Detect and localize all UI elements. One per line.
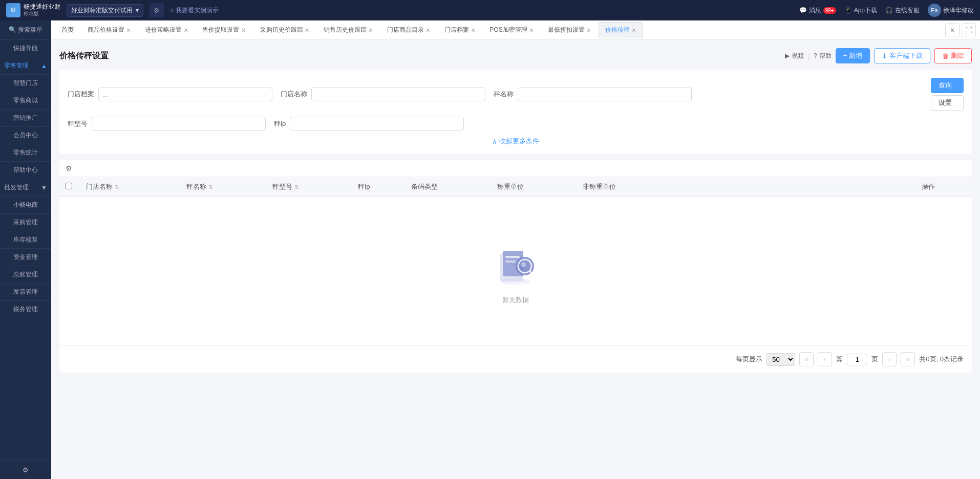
tab-purchase-strategy[interactable]: 进价策略设置 ×: [138, 22, 195, 38]
sidebar-item-ecommerce[interactable]: 小畅电商: [0, 197, 51, 214]
demo-circle-icon: ○: [170, 7, 174, 14]
logo-name: 畅捷通好业财: [24, 3, 60, 10]
sidebar-item-retail-stats[interactable]: 零售统计: [0, 144, 51, 162]
tab-price-scale[interactable]: 价格传秤 ×: [599, 22, 643, 38]
tab-close-sales-history[interactable]: ×: [369, 27, 373, 34]
search-icon: 🔍: [9, 26, 16, 33]
scale-ip-item: 秤ip: [274, 117, 464, 130]
tab-pos-encrypt[interactable]: POS加密管理 ×: [483, 22, 540, 38]
demo-link[interactable]: ○ 我要看实例演示: [170, 6, 219, 15]
scale-name-input[interactable]: [518, 88, 692, 101]
tab-close-store-products[interactable]: ×: [426, 27, 430, 34]
store-name-input[interactable]: [311, 88, 485, 101]
page-size-select[interactable]: 20 50 100: [766, 353, 795, 366]
sort-icon-scale-model[interactable]: ⇅: [294, 184, 299, 190]
sidebar-item-inventory[interactable]: 库存核算: [0, 231, 51, 249]
sidebar-item-smart-store[interactable]: 智慧门店: [0, 75, 51, 92]
message-label: 消息: [809, 6, 821, 15]
tab-close-purchase-history[interactable]: ×: [305, 27, 309, 34]
online-service-btn[interactable]: 🎧 在线客服: [885, 6, 920, 15]
sidebar-search[interactable]: 🔍 搜索菜单: [0, 20, 51, 40]
query-button[interactable]: 查询: [931, 78, 964, 93]
sidebar-settings-btn[interactable]: ⚙: [0, 461, 51, 479]
select-all-checkbox[interactable]: [66, 183, 72, 189]
add-button[interactable]: + 新增: [836, 48, 870, 63]
avatar: Ea: [928, 4, 941, 17]
tab-store-products[interactable]: 门店商品目录 ×: [380, 22, 437, 38]
page-number-input[interactable]: [847, 354, 867, 365]
scale-ip-input[interactable]: [290, 117, 464, 130]
tab-store-archive[interactable]: 门店档案 ×: [438, 22, 482, 38]
page-total: 共0页, 0条记录: [919, 355, 964, 364]
logo-sub: 标准版: [24, 10, 60, 17]
tab-close-store-archive[interactable]: ×: [471, 27, 475, 34]
store-archive-placeholder: ...: [103, 91, 109, 98]
top-right-actions: 💬 消息 99+ 📱 App下载 🎧 在线客服 Ea 徐泽华修改: [799, 4, 974, 17]
scale-model-input[interactable]: [92, 117, 266, 130]
sidebar-item-member[interactable]: 会员中心: [0, 127, 51, 144]
sidebar-quick-nav[interactable]: 快捷导航: [0, 40, 51, 57]
th-barcode-type-label: 条码类型: [411, 183, 438, 190]
sidebar-item-general-ledger[interactable]: 总账管理: [0, 266, 51, 284]
tab-fullscreen-btn[interactable]: ⛶: [962, 23, 976, 37]
page-title: 价格传秤设置: [59, 51, 109, 61]
page-prev-btn[interactable]: ‹: [818, 352, 832, 366]
tab-close-sale-price-extract[interactable]: ×: [241, 27, 245, 34]
tab-close-product-price[interactable]: ×: [126, 27, 131, 34]
store-archive-select[interactable]: ...: [98, 88, 272, 101]
th-non-weight-unit: 非称重单位: [577, 177, 915, 197]
sidebar-item-retail[interactable]: 零售管理 ▲: [0, 57, 51, 75]
sidebar-item-label-finance: 资金管理: [13, 253, 38, 260]
tab-close-purchase-strategy[interactable]: ×: [184, 27, 188, 34]
tab-close-min-discount[interactable]: ×: [587, 27, 591, 34]
tab-close-price-scale[interactable]: ×: [632, 27, 636, 34]
page-last-btn[interactable]: »: [901, 352, 915, 366]
svg-line-7: [530, 271, 535, 276]
sidebar-item-finance[interactable]: 资金管理: [0, 249, 51, 266]
sidebar-item-marketing[interactable]: 营销推广: [0, 110, 51, 127]
tab-sale-price-extract[interactable]: 售价提取设置 ×: [196, 22, 252, 38]
phone-icon: 📱: [844, 7, 852, 14]
sidebar-item-wholesale[interactable]: 批发管理 ▼: [0, 179, 51, 197]
page-next-btn[interactable]: ›: [882, 352, 897, 366]
user-initials: Ea: [931, 7, 938, 13]
sidebar-item-label-retail-stats: 零售统计: [13, 149, 38, 156]
message-btn[interactable]: 💬 消息 99+: [799, 6, 836, 15]
sort-icon-store-name[interactable]: ⇅: [115, 184, 119, 190]
sidebar-item-invoice[interactable]: 发票管理: [0, 284, 51, 301]
tab-home[interactable]: 首页: [55, 20, 80, 39]
delete-button[interactable]: 🗑 删除: [934, 48, 972, 63]
settings-icon-btn[interactable]: ⚙: [150, 3, 164, 17]
sidebar-item-help[interactable]: 帮助中心: [0, 162, 51, 179]
user-menu-btn[interactable]: Ea 徐泽华修改: [928, 4, 974, 17]
page-first-btn[interactable]: «: [799, 352, 814, 366]
app-download-label: App下载: [854, 6, 877, 15]
set-button[interactable]: 设置: [931, 95, 964, 111]
download-client-btn[interactable]: ⬇ 客户端下载: [874, 48, 930, 63]
tab-close-all-btn[interactable]: ×: [945, 23, 960, 37]
sidebar-item-label-smart-store: 智慧门店: [13, 79, 38, 86]
version-selector[interactable]: 好业财标准版交付试用 ▾: [67, 4, 143, 17]
sidebar-item-tax[interactable]: 税务管理: [0, 301, 51, 318]
download-label: 客户端下载: [889, 51, 923, 60]
tab-product-price[interactable]: 商品价格设置 ×: [81, 22, 137, 38]
empty-text: 暂无数据: [502, 295, 529, 304]
tab-sales-history[interactable]: 销售历史价跟踪 ×: [317, 22, 379, 38]
tab-min-discount[interactable]: 最低折扣设置 ×: [541, 22, 598, 38]
sort-icon-scale-name[interactable]: ⇅: [208, 184, 213, 190]
sidebar-item-purchase[interactable]: 采购管理: [0, 214, 51, 231]
sidebar-spacer: [0, 318, 51, 461]
sidebar-item-retail-mall[interactable]: 零售商城: [0, 92, 51, 110]
tab-purchase-history[interactable]: 采购历史价跟踪 ×: [253, 22, 316, 38]
sidebar-item-label-purchase: 采购管理: [13, 219, 38, 226]
tab-close-pos-encrypt[interactable]: ×: [529, 27, 534, 34]
table-settings-icon[interactable]: ⚙: [66, 164, 72, 172]
data-table: 门店名称 ⇅ 秤名称 ⇅: [59, 177, 972, 345]
table-header-row: 门店名称 ⇅ 秤名称 ⇅: [59, 177, 972, 197]
video-link[interactable]: ▶ 视频: [785, 52, 804, 60]
app-download-btn[interactable]: 📱 App下载: [844, 6, 877, 15]
top-bar: 财 畅捷通好业财 标准版 好业财标准版交付试用 ▾ ⚙ ○ 我要看实例演示 💬 …: [0, 0, 980, 20]
help-link[interactable]: ? 帮助: [814, 52, 832, 60]
sidebar-item-label-retail-mall: 零售商城: [13, 97, 38, 104]
collapse-more-btn[interactable]: ∧ 收起更多条件: [68, 137, 964, 146]
